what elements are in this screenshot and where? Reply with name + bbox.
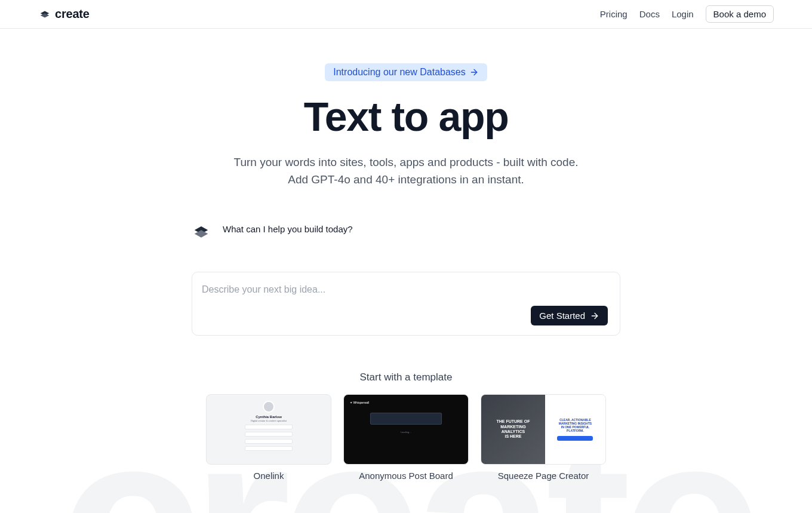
logo-text: create: [55, 7, 90, 21]
templates-row: Cynthia Barlow Digital creator & content…: [206, 394, 606, 481]
announcement-text: Introducing our new Databases: [333, 67, 465, 78]
template-card-onelink[interactable]: Cynthia Barlow Digital creator & content…: [206, 394, 331, 481]
template-card-anonymous-post-board[interactable]: ✦ Whisperwall Loading… Anonymous Post Bo…: [343, 394, 469, 481]
nav-docs[interactable]: Docs: [639, 9, 660, 19]
nav-login[interactable]: Login: [672, 9, 694, 19]
logo[interactable]: create: [38, 7, 90, 21]
subtitle-line2: Add GPT-4o and 40+ integrations in an in…: [234, 171, 579, 189]
hero: Introducing our new Databases Text to ap…: [0, 29, 812, 481]
nav: Pricing Docs Login Book a demo: [600, 5, 774, 23]
idea-input[interactable]: [202, 284, 608, 295]
template-thumb: Cynthia Barlow Digital creator & content…: [206, 394, 331, 465]
get-started-label: Get Started: [539, 311, 585, 321]
subtitle: Turn your words into sites, tools, apps …: [234, 154, 579, 188]
templates-heading: Start with a template: [360, 371, 453, 383]
page-title: Text to app: [304, 93, 509, 140]
template-thumb: ✦ Whisperwall Loading…: [343, 394, 469, 465]
header: create Pricing Docs Login Book a demo: [0, 0, 812, 29]
prompt-box: Get Started: [192, 272, 620, 336]
subtitle-line1: Turn your words into sites, tools, apps …: [234, 154, 579, 171]
arrow-right-icon: [590, 311, 599, 321]
get-started-button[interactable]: Get Started: [531, 306, 608, 325]
announcement-pill[interactable]: Introducing our new Databases: [325, 63, 487, 81]
nav-pricing[interactable]: Pricing: [600, 9, 628, 19]
arrow-right-icon: [469, 67, 479, 77]
chat-prompt-row: What can I help you build today?: [192, 224, 620, 242]
assistant-avatar-icon: [192, 223, 211, 242]
logo-mark-icon: [38, 8, 51, 21]
template-card-squeeze-page-creator[interactable]: THE FUTURE OFMARKETINGANALYTICSIS HERE C…: [481, 394, 606, 481]
template-label: Squeeze Page Creator: [481, 471, 606, 481]
template-thumb: THE FUTURE OFMARKETINGANALYTICSIS HERE C…: [481, 394, 606, 465]
template-label: Anonymous Post Board: [343, 471, 469, 481]
template-label: Onelink: [206, 471, 331, 481]
chat-prompt-text: What can I help you build today?: [223, 224, 353, 234]
prompt-actions: Get Started: [202, 306, 608, 325]
book-demo-button[interactable]: Book a demo: [706, 5, 774, 23]
